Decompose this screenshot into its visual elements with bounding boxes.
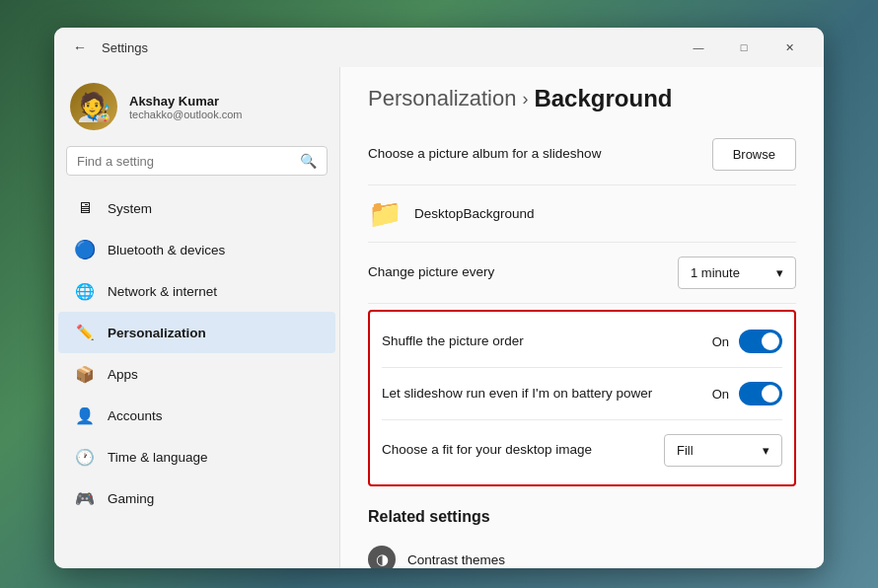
sidebar-item-network[interactable]: 🌐 Network & internet: [58, 270, 335, 312]
sidebar-item-accounts[interactable]: 👤 Accounts: [58, 395, 335, 436]
highlighted-section: Shuffle the picture order On Let slidesh…: [368, 310, 796, 486]
sidebar-item-personalization-label: Personalization: [108, 326, 206, 340]
sidebar-item-accounts-label: Accounts: [108, 408, 163, 423]
shuffle-toggle[interactable]: [739, 330, 782, 353]
battery-toggle-knob: [762, 385, 779, 403]
fit-value: Fill: [677, 443, 694, 458]
user-name: Akshay Kumar: [129, 94, 324, 109]
close-button[interactable]: ✕: [767, 32, 812, 63]
breadcrumb-chevron: ›: [522, 89, 528, 110]
chevron-down-icon: ▾: [776, 265, 783, 280]
sidebar-item-personalization[interactable]: ✏️ Personalization: [58, 312, 335, 353]
fit-dropdown[interactable]: Fill ▾: [664, 434, 782, 467]
titlebar: ← Settings — □ ✕: [54, 28, 824, 67]
fit-row: Choose a fit for your desktop image Fill…: [382, 420, 782, 480]
shuffle-row: Shuffle the picture order On: [382, 316, 782, 368]
browse-button[interactable]: Browse: [712, 138, 796, 171]
shuffle-state: On: [712, 334, 729, 349]
battery-slideshow-label: Let slideshow run even if I'm on battery…: [382, 385, 652, 404]
folder-icon: 📁: [368, 197, 402, 230]
search-icon: 🔍: [300, 153, 317, 169]
change-picture-value: 1 minute: [691, 265, 740, 280]
contrast-themes-row[interactable]: ◑ Contrast themes: [368, 534, 796, 568]
sidebar-item-gaming[interactable]: 🎮 Gaming: [58, 478, 335, 519]
battery-slideshow-row: Let slideshow run even if I'm on battery…: [382, 368, 782, 420]
shuffle-label: Shuffle the picture order: [382, 332, 524, 351]
search-input[interactable]: [77, 154, 292, 169]
folder-row[interactable]: 📁 DesktopBackground: [368, 185, 796, 243]
avatar: 🧑‍🎨: [70, 83, 117, 130]
sidebar-item-time-label: Time & language: [108, 450, 208, 465]
gaming-icon: 🎮: [74, 487, 96, 509]
breadcrumb-parent: Personalization: [368, 86, 516, 111]
sidebar-item-network-label: Network & internet: [108, 284, 217, 299]
maximize-button[interactable]: □: [721, 32, 767, 63]
related-settings-title: Related settings: [368, 492, 796, 534]
change-picture-dropdown[interactable]: 1 minute ▾: [678, 257, 796, 289]
bluetooth-icon: 🔵: [74, 239, 96, 260]
personalization-icon: ✏️: [74, 322, 96, 343]
time-icon: 🕐: [74, 446, 96, 468]
avatar-emoji: 🧑‍🎨: [77, 91, 111, 123]
fit-chevron-icon: ▾: [763, 443, 769, 458]
sidebar: 🧑‍🎨 Akshay Kumar techakko@outlook.com 🔍 …: [54, 67, 340, 568]
slideshow-row: Choose a picture album for a slideshow B…: [368, 124, 796, 185]
titlebar-title: Settings: [102, 40, 148, 55]
contrast-themes-label: Contrast themes: [407, 552, 505, 567]
system-icon: 🖥: [74, 197, 96, 219]
battery-toggle-group: On: [712, 382, 782, 405]
sidebar-item-system[interactable]: 🖥 System: [58, 187, 335, 229]
contrast-themes-icon: ◑: [368, 546, 396, 568]
settings-window: ← Settings — □ ✕ 🧑‍🎨 Akshay Kumar techak…: [54, 28, 824, 568]
back-button[interactable]: ←: [66, 34, 94, 61]
folder-name: DesktopBackground: [414, 206, 535, 221]
user-info: Akshay Kumar techakko@outlook.com: [129, 94, 324, 120]
breadcrumb-current: Background: [534, 85, 672, 112]
sidebar-item-system-label: System: [108, 201, 152, 216]
sidebar-item-time[interactable]: 🕐 Time & language: [58, 436, 335, 478]
slideshow-label: Choose a picture album for a slideshow: [368, 145, 601, 164]
sidebar-item-apps-label: Apps: [108, 367, 138, 382]
battery-slideshow-toggle[interactable]: [739, 382, 782, 405]
window-body: 🧑‍🎨 Akshay Kumar techakko@outlook.com 🔍 …: [54, 67, 824, 568]
minimize-button[interactable]: —: [676, 32, 721, 63]
sidebar-item-bluetooth-label: Bluetooth & devices: [108, 243, 225, 257]
sidebar-item-apps[interactable]: 📦 Apps: [58, 353, 335, 395]
window-controls: — □ ✕: [676, 32, 812, 63]
fit-label: Choose a fit for your desktop image: [382, 441, 592, 460]
shuffle-toggle-knob: [762, 332, 779, 350]
network-icon: 🌐: [74, 280, 96, 302]
user-profile[interactable]: 🧑‍🎨 Akshay Kumar techakko@outlook.com: [54, 67, 339, 142]
sidebar-item-gaming-label: Gaming: [108, 491, 154, 506]
search-box: 🔍: [66, 146, 328, 176]
page-header: Personalization › Background: [340, 67, 824, 124]
shuffle-toggle-group: On: [712, 330, 782, 353]
change-picture-row: Change picture every 1 minute ▾: [368, 243, 796, 304]
user-email: techakko@outlook.com: [129, 109, 324, 120]
accounts-icon: 👤: [74, 404, 96, 426]
change-picture-label: Change picture every: [368, 263, 494, 282]
apps-icon: 📦: [74, 363, 96, 385]
main-content: Personalization › Background Choose a pi…: [340, 67, 824, 568]
sidebar-item-bluetooth[interactable]: 🔵 Bluetooth & devices: [58, 229, 335, 270]
battery-slideshow-state: On: [712, 387, 729, 402]
content-area: Choose a picture album for a slideshow B…: [340, 124, 824, 568]
